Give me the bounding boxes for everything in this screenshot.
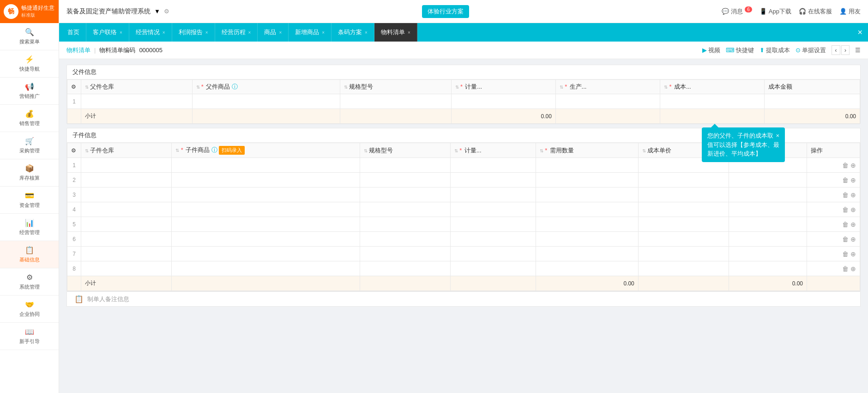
parent-produce-cell-1[interactable] bbox=[555, 94, 660, 109]
parent-spec-cell-1[interactable] bbox=[340, 94, 452, 109]
message-item[interactable]: 💬 消息 6 bbox=[722, 7, 752, 16]
child-warehouse-4[interactable] bbox=[81, 202, 172, 217]
sidebar-item-marketing[interactable]: 📢 营销推广 bbox=[0, 78, 59, 105]
child-sort-icon3[interactable]: ⇅ bbox=[364, 148, 368, 153]
child-unit-2[interactable] bbox=[451, 173, 536, 187]
child-amount-7[interactable] bbox=[729, 247, 807, 261]
extract-cost-tool[interactable]: ⬆ 提取成本 bbox=[760, 46, 790, 54]
copy-icon-6[interactable]: ⊕ bbox=[850, 236, 856, 243]
tab-customer[interactable]: 客户联络 × bbox=[86, 23, 129, 42]
child-quantity-7[interactable] bbox=[536, 247, 638, 261]
single-settings-tool[interactable]: ⊙ 单据设置 bbox=[796, 46, 826, 54]
video-tool[interactable]: ▶ 视频 bbox=[702, 46, 720, 54]
child-unit-6[interactable] bbox=[451, 232, 536, 247]
parent-col-settings[interactable]: ⚙ bbox=[67, 80, 81, 94]
experience-button[interactable]: 体验行业方案 bbox=[422, 5, 469, 18]
child-unit-price-2[interactable] bbox=[638, 173, 729, 187]
child-product-6[interactable] bbox=[172, 232, 360, 247]
child-unit-3[interactable] bbox=[451, 187, 536, 202]
sort-icon5[interactable]: ⇅ bbox=[560, 85, 563, 90]
close-all-tabs[interactable]: × bbox=[854, 28, 866, 37]
child-amount-3[interactable] bbox=[729, 187, 807, 202]
child-quantity-2[interactable] bbox=[536, 173, 638, 187]
child-amount-5[interactable] bbox=[729, 217, 807, 232]
delete-icon-4[interactable]: 🗑 bbox=[842, 206, 849, 213]
sidebar-item-search[interactable]: 🔍 搜索菜单 bbox=[0, 23, 59, 50]
sort-icon3[interactable]: ⇅ bbox=[344, 85, 348, 90]
copy-icon-8[interactable]: ⊕ bbox=[850, 265, 856, 272]
child-product-1[interactable] bbox=[172, 158, 360, 173]
child-unit-price-8[interactable] bbox=[638, 261, 729, 276]
tab-home[interactable]: 首页 bbox=[61, 23, 86, 42]
delete-icon-5[interactable]: 🗑 bbox=[842, 221, 849, 228]
tooltip-close[interactable]: × bbox=[776, 131, 779, 140]
child-sort-icon6[interactable]: ⇅ bbox=[642, 148, 646, 153]
parent-unit-cell-1[interactable] bbox=[451, 94, 555, 109]
child-col-settings[interactable]: ⚙ bbox=[67, 143, 81, 158]
child-quantity-1[interactable] bbox=[536, 158, 638, 173]
child-product-2[interactable] bbox=[172, 173, 360, 187]
settings-icon[interactable]: ⚙ bbox=[164, 8, 169, 15]
app-download-item[interactable]: 📱 App下载 bbox=[760, 7, 791, 16]
child-amount-2[interactable] bbox=[729, 173, 807, 187]
child-sort-icon5[interactable]: ⇅ bbox=[540, 148, 543, 153]
child-unit-price-7[interactable] bbox=[638, 247, 729, 261]
tab-goods[interactable]: 商品 × bbox=[258, 23, 289, 42]
tab-history-close[interactable]: × bbox=[248, 30, 251, 35]
child-warehouse-6[interactable] bbox=[81, 232, 172, 247]
copy-icon-5[interactable]: ⊕ bbox=[850, 221, 856, 228]
tab-new-goods[interactable]: 新增商品 × bbox=[289, 23, 332, 42]
child-amount-8[interactable] bbox=[729, 261, 807, 276]
child-unit-7[interactable] bbox=[451, 247, 536, 261]
delete-icon-6[interactable]: 🗑 bbox=[842, 236, 849, 243]
tab-barcode[interactable]: 条码方案 × bbox=[332, 23, 374, 42]
copy-icon-1[interactable]: ⊕ bbox=[850, 162, 856, 169]
child-unit-5[interactable] bbox=[451, 217, 536, 232]
sidebar-item-inventory[interactable]: 📦 库存核算 bbox=[0, 159, 59, 187]
sort-icon6[interactable]: ⇅ bbox=[664, 85, 668, 90]
sidebar-item-enterprise[interactable]: 🤝 企业协同 bbox=[0, 296, 59, 323]
parent-amount-cell-1[interactable] bbox=[765, 94, 860, 109]
tab-bom-close[interactable]: × bbox=[408, 30, 410, 35]
dropdown-icon[interactable]: ▼ bbox=[154, 8, 160, 15]
shortcut-tool[interactable]: ⌨ 快捷键 bbox=[726, 46, 754, 54]
parent-warehouse-cell-1[interactable] bbox=[81, 94, 193, 109]
child-warehouse-7[interactable] bbox=[81, 247, 172, 261]
tab-customer-close[interactable]: × bbox=[120, 30, 122, 35]
child-warehouse-8[interactable] bbox=[81, 261, 172, 276]
delete-icon-8[interactable]: 🗑 bbox=[842, 265, 849, 272]
child-unit-1[interactable] bbox=[451, 158, 536, 173]
prev-button[interactable]: ‹ bbox=[832, 45, 840, 55]
child-warehouse-3[interactable] bbox=[81, 187, 172, 202]
child-amount-4[interactable] bbox=[729, 202, 807, 217]
copy-icon-2[interactable]: ⊕ bbox=[850, 176, 856, 184]
sidebar-item-sales[interactable]: 💰 销售管理 bbox=[0, 105, 59, 132]
child-product-3[interactable] bbox=[172, 187, 360, 202]
copy-icon-7[interactable]: ⊕ bbox=[850, 250, 856, 258]
child-quantity-4[interactable] bbox=[536, 202, 638, 217]
sidebar-item-purchase[interactable]: 🛒 采购管理 bbox=[0, 132, 59, 159]
child-unit-price-3[interactable] bbox=[638, 187, 729, 202]
child-spec-4[interactable] bbox=[360, 202, 450, 217]
next-button[interactable]: › bbox=[841, 45, 850, 55]
delete-icon-3[interactable]: 🗑 bbox=[842, 191, 849, 199]
child-unit-price-5[interactable] bbox=[638, 217, 729, 232]
delete-icon-2[interactable]: 🗑 bbox=[842, 176, 849, 184]
child-product-4[interactable] bbox=[172, 202, 360, 217]
child-spec-5[interactable] bbox=[360, 217, 450, 232]
tab-operations-close[interactable]: × bbox=[163, 30, 165, 35]
online-service-item[interactable]: 🎧 在线客服 bbox=[799, 7, 832, 16]
sidebar-item-quick-nav[interactable]: ⚡ 快捷导航 bbox=[0, 50, 59, 78]
child-warehouse-1[interactable] bbox=[81, 158, 172, 173]
child-sort-icon2[interactable]: ⇅ bbox=[175, 148, 179, 153]
breadcrumb-bom[interactable]: 物料清单 bbox=[66, 46, 90, 54]
sidebar-item-basic-info[interactable]: 📋 基础信息 bbox=[0, 241, 59, 268]
child-spec-7[interactable] bbox=[360, 247, 450, 261]
delete-icon-1[interactable]: 🗑 bbox=[842, 162, 849, 169]
tab-history[interactable]: 经营历程 × bbox=[215, 23, 258, 42]
child-product-5[interactable] bbox=[172, 217, 360, 232]
child-quantity-6[interactable] bbox=[536, 232, 638, 247]
sidebar-item-system[interactable]: ⚙ 系统管理 bbox=[0, 268, 59, 296]
child-amount-6[interactable] bbox=[729, 232, 807, 247]
delete-icon-7[interactable]: 🗑 bbox=[842, 250, 849, 258]
